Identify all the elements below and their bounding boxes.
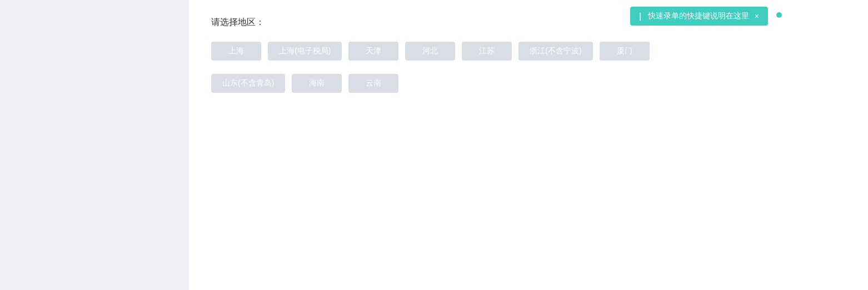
left-sidebar bbox=[0, 0, 189, 290]
region-button-tianjin[interactable]: 天津 bbox=[348, 42, 398, 61]
region-button-shandong[interactable]: 山东(不含青岛) bbox=[211, 74, 285, 93]
region-button-yunnan[interactable]: 云南 bbox=[348, 74, 398, 93]
tooltip-banner: 快速录单的快捷键说明在这里 × bbox=[630, 7, 768, 26]
region-button-shanghai-etax[interactable]: 上海(电子税局) bbox=[268, 42, 342, 61]
region-button-xiamen[interactable]: 厦门 bbox=[600, 42, 650, 61]
region-button-jiangsu[interactable]: 江苏 bbox=[462, 42, 512, 61]
region-button-hainan[interactable]: 海南 bbox=[292, 74, 342, 93]
region-button-zhejiang[interactable]: 浙江(不含宁波) bbox=[518, 42, 592, 61]
region-button-hebei[interactable]: 河北 bbox=[405, 42, 455, 61]
main-content: 请选择地区： 上海上海(电子税局)天津河北江苏浙江(不含宁波)厦门山东(不含青岛… bbox=[189, 0, 868, 290]
region-buttons-container: 上海上海(电子税局)天津河北江苏浙江(不含宁波)厦门山东(不含青岛)海南云南 bbox=[211, 42, 846, 93]
tooltip-dot bbox=[776, 12, 782, 18]
tooltip-text: 快速录单的快捷键说明在这里 bbox=[648, 11, 749, 21]
tooltip-close-button[interactable]: × bbox=[755, 12, 759, 21]
region-button-shanghai[interactable]: 上海 bbox=[211, 42, 261, 61]
